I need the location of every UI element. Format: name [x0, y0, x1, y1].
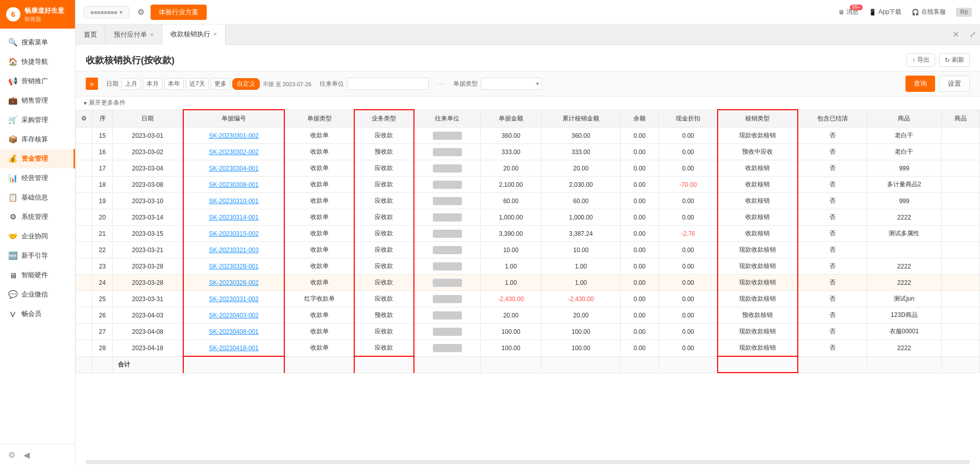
- cell-settings: [76, 258, 92, 275]
- sidebar-item-marketing[interactable]: 📢营销推广: [0, 71, 75, 91]
- horizontal-scrollbar[interactable]: [86, 460, 970, 464]
- cell-doc-no[interactable]: SK-20230310-001: [183, 193, 285, 209]
- sidebar-settings-icon[interactable]: ⚙: [8, 450, 15, 460]
- close-all-tabs-button[interactable]: ✕: [946, 30, 965, 39]
- sidebar-icon-wechat: 💬: [8, 290, 17, 299]
- cell-cum-amount: 100.00: [542, 324, 621, 340]
- sidebar-item-finance[interactable]: 💰资金管理: [0, 149, 75, 168]
- th-num: 序: [92, 110, 113, 128]
- sidebar-item-inventory[interactable]: 📦库存核算: [0, 130, 75, 149]
- cell-goods2: [941, 209, 979, 226]
- sidebar-label-purchase: 采购管理: [21, 115, 48, 125]
- expand-more-filters[interactable]: ▾ 展开更多条件: [76, 96, 980, 109]
- last-7days-btn[interactable]: 近7天: [186, 78, 209, 90]
- cell-doc-no[interactable]: SK-20230331-002: [183, 291, 285, 307]
- cell-cancel-type: 收款核销: [718, 193, 798, 209]
- tab-receipt[interactable]: 收款核销执行 ×: [162, 24, 226, 45]
- cell-doc-type: 收款单: [284, 258, 354, 275]
- more-date-btn[interactable]: 更多: [211, 78, 230, 90]
- cell-doc-no[interactable]: SK-20230314-001: [183, 209, 285, 226]
- cell-balance: 0.00: [621, 144, 659, 160]
- cell-doc-no[interactable]: SK-20230302-002: [183, 144, 285, 160]
- cell-doc-no[interactable]: SK-20230328-002: [183, 275, 285, 291]
- export-button[interactable]: ↑ 导出: [906, 53, 935, 67]
- footer-label: 合计: [113, 356, 183, 373]
- cell-doc-no[interactable]: SK-20230304-001: [183, 160, 285, 177]
- cell-goods2: [941, 177, 979, 193]
- message-icon: 🖥: [838, 9, 844, 16]
- cell-num: 25: [92, 291, 113, 307]
- page-header: 收款核销执行(按收款) ↑ 导出 ↻ 刷新: [76, 45, 980, 71]
- sidebar-item-guide[interactable]: 🆕新手引导: [0, 246, 75, 265]
- cell-doc-no[interactable]: SK-20230418-001: [183, 340, 285, 357]
- cell-doc-no[interactable]: SK-20230315-002: [183, 226, 285, 242]
- cell-doc-no[interactable]: SK-20230328-001: [183, 258, 285, 275]
- th-doc-no: 单据编号: [183, 110, 285, 128]
- expand-tabs-icon[interactable]: ⤢: [965, 30, 980, 39]
- tab-prepay[interactable]: 预付应付单 ×: [106, 24, 162, 45]
- sidebar-item-operation[interactable]: 📊经营管理: [0, 168, 75, 188]
- sidebar-item-corp[interactable]: 🤝企业协同: [0, 227, 75, 246]
- cell-num: 21: [92, 226, 113, 242]
- cell-biz-type: 应收款: [354, 291, 414, 307]
- setting-button[interactable]: 设置: [939, 76, 970, 92]
- this-year-btn[interactable]: 本年: [164, 78, 184, 90]
- cell-include-settled: 否: [798, 291, 867, 307]
- cell-doc-no[interactable]: SK-20230321-003: [183, 242, 285, 258]
- user-avatar[interactable]: Rit: [956, 8, 972, 17]
- cell-doc-no[interactable]: SK-20230403-002: [183, 307, 285, 324]
- cell-include-settled: 否: [798, 177, 867, 193]
- th-settings[interactable]: ⚙: [76, 110, 92, 128]
- sidebar-icon-basic: 📋: [8, 193, 17, 202]
- cell-cancel-type: 收款核销: [718, 209, 798, 226]
- cell-date: 2023-03-28: [113, 258, 183, 275]
- cell-doc-no[interactable]: SK-20230301-002: [183, 128, 285, 144]
- cell-settings: [76, 324, 92, 340]
- sidebar-item-purchase[interactable]: 🛒采购管理: [0, 110, 75, 130]
- last-month-btn[interactable]: 上月: [121, 78, 141, 90]
- footer-doc-type: [284, 356, 354, 373]
- sidebar-item-basic[interactable]: 📋基础信息: [0, 188, 75, 207]
- cell-doc-no[interactable]: SK-20230408-001: [183, 324, 285, 340]
- sidebar-item-wechat[interactable]: 💬企业微信: [0, 285, 75, 304]
- footer-amount: [480, 356, 541, 373]
- table-row: 16 2023-03-02 SK-20230302-002 收款单 预收款 ██…: [76, 144, 980, 160]
- tab-home[interactable]: 首页: [76, 24, 106, 45]
- chevron-down-icon: ▾: [119, 9, 122, 16]
- cell-amount: 2,100.00: [480, 177, 541, 193]
- partner-input[interactable]: [347, 78, 429, 90]
- solution-button[interactable]: 体验行业方案: [151, 5, 207, 20]
- sidebar-collapse-icon[interactable]: ◀: [23, 450, 30, 460]
- cell-include-settled: 否: [798, 258, 867, 275]
- app-download-button[interactable]: 📱 App下载: [869, 8, 901, 16]
- sidebar-label-guide: 新手引导: [21, 251, 48, 260]
- receipt-tab-close-icon[interactable]: ×: [213, 31, 217, 38]
- cell-goods2: [941, 324, 979, 340]
- cell-doc-no[interactable]: SK-20230308-001: [183, 177, 285, 193]
- cell-settings: [76, 144, 92, 160]
- message-button[interactable]: 🖥 消息 99+: [838, 8, 859, 16]
- prepay-tab-close-icon[interactable]: ×: [150, 31, 154, 38]
- cell-discount: 0.00: [658, 193, 718, 209]
- custom-date-btn[interactable]: 自定义: [232, 78, 260, 90]
- this-month-btn[interactable]: 本月: [143, 78, 162, 90]
- sidebar-item-member[interactable]: V畅会员: [0, 304, 75, 324]
- doctype-select[interactable]: [481, 78, 542, 90]
- cell-balance: 0.00: [621, 340, 659, 357]
- sidebar-icon-inventory: 📦: [8, 135, 17, 144]
- cell-biz-type: 应收款: [354, 275, 414, 291]
- sidebar-item-hardware[interactable]: 🖥智能硬件: [0, 265, 75, 285]
- refresh-button[interactable]: ↻ 刷新: [939, 53, 970, 67]
- cell-balance: 0.00: [621, 242, 659, 258]
- sidebar-item-search[interactable]: 🔍搜索菜单: [0, 33, 75, 52]
- store-selector[interactable]: ■■■■■■■■ ▾: [84, 6, 129, 18]
- sidebar-item-system[interactable]: ⚙系统管理: [0, 207, 75, 227]
- query-button[interactable]: 查询: [905, 76, 935, 92]
- customer-service-button[interactable]: 🎧 在线客服: [912, 8, 946, 16]
- filter-toggle-button[interactable]: »: [86, 78, 98, 90]
- topbar-gear-icon[interactable]: ⚙: [137, 7, 144, 17]
- sidebar-item-sales[interactable]: 💼销售管理: [0, 91, 75, 110]
- sidebar-item-shortcut[interactable]: 🏠快捷导航: [0, 52, 75, 71]
- cell-goods2: [941, 193, 979, 209]
- cell-settings: [76, 291, 92, 307]
